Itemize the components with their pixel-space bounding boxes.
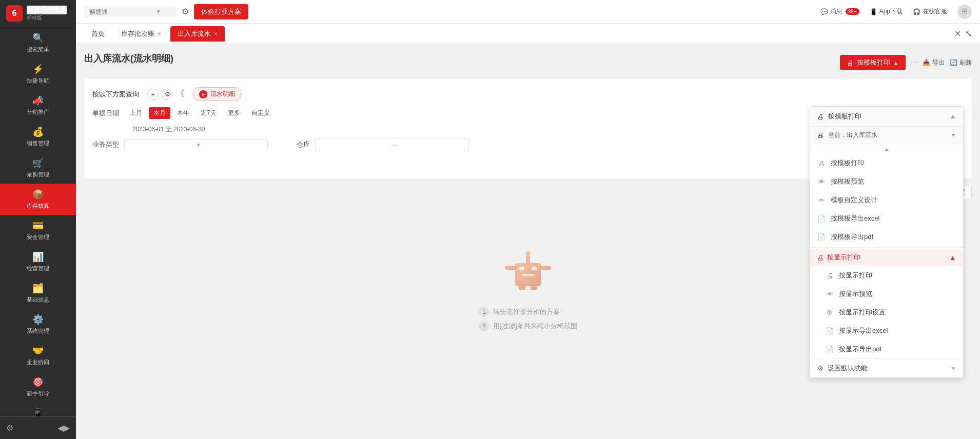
- filter-settings-btn[interactable]: ⚙: [162, 89, 173, 100]
- svg-rect-3: [522, 274, 534, 276]
- warehouse-dots[interactable]: ···: [392, 141, 463, 149]
- print-dropdown-collapse-icon[interactable]: ▲: [950, 113, 956, 120]
- sidebar-item-quick-nav[interactable]: ⚡ 快捷导航: [0, 58, 76, 90]
- template-custom-item[interactable]: ✏ 模板自定义设计: [810, 191, 963, 209]
- sidebar-finance-icon: 💳: [32, 220, 44, 231]
- sidebar-item-app-center[interactable]: 📱 应用中心: [0, 403, 76, 416]
- tab-flow-close[interactable]: ×: [214, 30, 218, 37]
- filter-collapse-btn[interactable]: 《: [176, 89, 184, 99]
- display-settings-item[interactable]: ⚙ 按显示打印设置: [810, 303, 963, 322]
- step-1-label: 请先选择要分析的方案: [493, 307, 560, 316]
- template-print-icon: 🖨: [817, 159, 826, 167]
- sidebar-purchase-label: 采购管理: [27, 171, 49, 178]
- template-pdf-icon: 📄: [817, 233, 826, 241]
- search-dropdown-icon[interactable]: ▼: [156, 9, 161, 14]
- display-preview-icon: 👁: [826, 290, 834, 298]
- filter-tag[interactable]: ⊕ 流水明细: [192, 87, 242, 101]
- date-tab-this-month[interactable]: 本月: [149, 107, 170, 119]
- print-btn[interactable]: 🖨 按模板打印 ▲: [840, 55, 906, 70]
- sidebar-item-finance[interactable]: 💳 资金管理: [0, 215, 76, 246]
- date-tab-last-month[interactable]: 上月: [125, 107, 147, 119]
- industry-btn[interactable]: 体验行业方案: [194, 4, 248, 19]
- warehouse-field[interactable]: ···: [315, 138, 469, 151]
- display-group-header[interactable]: 🖨 按显示打印 ▲: [810, 249, 963, 266]
- tab-flow[interactable]: 出入库流水 ×: [170, 26, 225, 42]
- sidebar-item-basic-info[interactable]: 🗂️ 基础信息: [0, 277, 76, 309]
- export-btn[interactable]: 📤 导出: [923, 58, 945, 67]
- sidebar-item-sales[interactable]: 💰 销售管理: [0, 121, 76, 152]
- date-tab-this-year[interactable]: 本年: [172, 107, 194, 119]
- print-icon: 🖨: [847, 59, 854, 67]
- display-excel-item[interactable]: 📄 按显示导出excel: [810, 322, 963, 340]
- business-type-field[interactable]: ▼: [124, 139, 268, 150]
- current-template-label: 当前：出入库流水: [828, 131, 877, 139]
- settings-footer-icon[interactable]: ⚙: [6, 423, 13, 433]
- sidebar-operations-label: 经营管理: [27, 265, 49, 272]
- sidebar-item-operations[interactable]: 📊 经营管理: [0, 246, 76, 277]
- sidebar-item-marketing[interactable]: 📣 营销推广: [0, 90, 76, 121]
- sidebar-scroll: 🔍 搜索菜单 ⚡ 快捷导航 📣 营销推广 💰 销售管理 🛒 采购管理 📦 库存核…: [0, 27, 76, 416]
- sidebar-basic-info-icon: 🗂️: [32, 283, 44, 294]
- user-avatar[interactable]: 用: [957, 5, 972, 19]
- set-default-footer[interactable]: ⚙ 设置默认功能 ▼: [810, 358, 963, 377]
- sidebar-item-inventory[interactable]: 📦 库存核算: [0, 184, 76, 215]
- sidebar-item-search[interactable]: 🔍 搜索菜单: [0, 27, 76, 58]
- sidebar-inventory-label: 库存核算: [27, 202, 49, 210]
- set-default-icon: ⚙: [817, 365, 824, 372]
- sidebar-finance-label: 资金管理: [27, 233, 49, 241]
- refresh-label: 刷新: [959, 58, 972, 67]
- app-download-btn[interactable]: 📱 App下载: [870, 7, 903, 16]
- online-service-label: 在线客服: [923, 7, 947, 16]
- filter-tag-icon: ⊕: [199, 90, 207, 98]
- online-service-btn[interactable]: 🎧 在线客服: [913, 7, 947, 16]
- scroll-up-arrow[interactable]: ▲: [810, 144, 963, 154]
- template-excel-item[interactable]: 📄 按模板导出excel: [810, 209, 963, 228]
- display-excel-label: 按显示导出excel: [839, 326, 888, 335]
- date-tab-7days[interactable]: 近7天: [196, 107, 221, 119]
- filter-add-btn[interactable]: +: [147, 89, 159, 100]
- refresh-btn[interactable]: 🔄 刷新: [950, 58, 972, 67]
- headset-icon: 🎧: [913, 8, 920, 15]
- date-range-display: 2023-06-01 至 2023-06-30: [132, 126, 205, 133]
- sidebar-sales-icon: 💰: [32, 126, 44, 137]
- date-tab-more[interactable]: 更多: [223, 107, 245, 119]
- sidebar-marketing-icon: 📣: [32, 95, 44, 106]
- export-label: 导出: [932, 58, 945, 67]
- app-download-label: App下载: [879, 7, 903, 16]
- tab-close-btn[interactable]: ✕: [954, 29, 961, 38]
- sidebar-basic-info-label: 基础信息: [27, 296, 49, 304]
- sidebar-marketing-label: 营销推广: [27, 108, 49, 116]
- display-group-arrow: ▲: [949, 254, 956, 262]
- template-pdf-item[interactable]: 📄 按模板导出pdf: [810, 228, 963, 246]
- sidebar-item-enterprise[interactable]: 🤝 企业协同: [0, 340, 76, 371]
- template-preview-item[interactable]: 👁 按模板预览: [810, 172, 963, 191]
- empty-step-2: 2 用[过滤]条件来缩小分析范围: [479, 321, 577, 331]
- toolbar-more-icon[interactable]: ···: [911, 58, 917, 67]
- logo-icon: 6: [6, 5, 23, 22]
- display-pdf-item[interactable]: 📄 按显示导出pdf: [810, 340, 963, 358]
- tab-home[interactable]: 首页: [84, 26, 112, 42]
- message-icon: 💬: [820, 8, 828, 15]
- filter-actions: + ⚙ 《: [147, 89, 184, 100]
- sidebar-item-guide[interactable]: 🎯 新手引导: [0, 371, 76, 403]
- display-preview-item[interactable]: 👁 按显示预览: [810, 285, 963, 303]
- step-2-label: 用[过滤]条件来缩小分析范围: [493, 322, 577, 331]
- sidebar-purchase-icon: 🛒: [32, 157, 44, 169]
- search-input[interactable]: [89, 8, 156, 15]
- topbar-gear-icon[interactable]: ⚙: [182, 7, 189, 16]
- sidebar-enterprise-icon: 🤝: [32, 345, 44, 356]
- collapse-footer-icon[interactable]: ◀▶: [57, 423, 70, 433]
- tab-inventory-batch-close[interactable]: ×: [158, 30, 161, 37]
- message-btn[interactable]: 💬 消息 99+: [820, 7, 859, 16]
- tab-maximize-btn[interactable]: ⤡: [965, 29, 972, 38]
- template-print-item[interactable]: 🖨 按模板打印: [810, 154, 963, 172]
- date-tab-custom[interactable]: 自定义: [247, 107, 275, 119]
- sidebar-footer: ⚙ ◀▶: [0, 416, 76, 439]
- display-print-item[interactable]: 🖨 按显示打印: [810, 266, 963, 285]
- sidebar-item-system[interactable]: ⚙️ 系统管理: [0, 309, 76, 340]
- tab-inventory-batch[interactable]: 库存批次账 ×: [114, 26, 168, 42]
- search-wrapper[interactable]: ▼: [84, 6, 177, 17]
- template-custom-label: 模板自定义设计: [831, 195, 877, 205]
- sidebar-item-purchase[interactable]: 🛒 采购管理: [0, 152, 76, 184]
- tab-home-label: 首页: [91, 29, 105, 38]
